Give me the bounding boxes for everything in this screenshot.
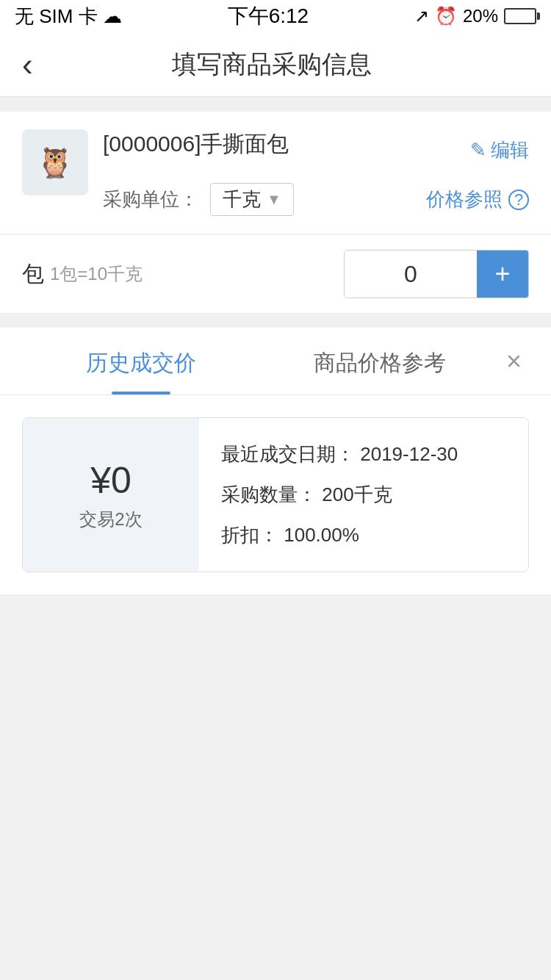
product-logo-icon: 🦉: [37, 145, 73, 180]
quantity-input-group: +: [344, 250, 529, 298]
product-card: 🦉 [0000006]手撕面包 ✎ 编辑 采购单位： 千克 ▼: [0, 112, 551, 234]
transaction-card: ¥0 交易2次 最近成交日期： 2019-12-30 采购数量： 200千克 折…: [22, 417, 529, 572]
product-header: 🦉 [0000006]手撕面包 ✎ 编辑 采购单位： 千克 ▼: [22, 129, 529, 216]
quantity-row: 包 1包=10千克 +: [0, 234, 551, 313]
back-button[interactable]: ‹: [22, 48, 33, 81]
page-title: 填写商品采购信息: [48, 48, 497, 82]
transaction-qty-row: 采购数量： 200千克: [221, 480, 506, 509]
tabs-container: 历史成交价 商品价格参考 ×: [0, 328, 551, 395]
nav-bar: ‹ 填写商品采购信息: [0, 32, 551, 97]
transaction-discount-row: 折扣： 100.00%: [221, 521, 506, 550]
transaction-details: 最近成交日期： 2019-12-30 采购数量： 200千克 折扣： 100.0…: [199, 418, 528, 572]
location-icon: ↗: [414, 6, 429, 26]
tab-history-price[interactable]: 历史成交价: [22, 328, 260, 394]
qty-value: 200千克: [322, 483, 392, 505]
product-thumbnail: 🦉: [22, 129, 88, 195]
transaction-count: 交易2次: [79, 508, 142, 531]
status-bar: 无 SIM 卡 ☁ 下午6:12 ↗ ⏰ 20%: [0, 0, 551, 32]
help-icon: ?: [508, 190, 529, 210]
tabs-row: 历史成交价 商品价格参考 ×: [0, 328, 551, 394]
signal-text: 无 SIM 卡 ☁: [15, 4, 122, 29]
quantity-plus-button[interactable]: +: [477, 251, 528, 298]
edit-button[interactable]: ✎ 编辑: [470, 137, 529, 163]
empty-content-area: [0, 594, 551, 980]
quantity-unit-label: 包: [22, 259, 44, 289]
product-unit-row: 采购单位： 千克 ▼: [103, 183, 294, 216]
date-label: 最近成交日期：: [221, 443, 355, 465]
tab-close-button[interactable]: ×: [499, 339, 529, 384]
tab-price-reference[interactable]: 商品价格参考: [260, 328, 498, 394]
status-right: ↗ ⏰ 20%: [414, 6, 536, 26]
dropdown-arrow-icon: ▼: [267, 191, 281, 208]
status-time: 下午6:12: [228, 2, 309, 30]
edit-icon: ✎: [470, 139, 486, 162]
discount-value: 100.00%: [284, 524, 359, 546]
quantity-input[interactable]: [345, 251, 477, 298]
transaction-date-row: 最近成交日期： 2019-12-30: [221, 440, 506, 469]
transaction-price: ¥0: [90, 459, 132, 502]
discount-label: 折扣：: [221, 524, 278, 546]
transaction-section: ¥0 交易2次 最近成交日期： 2019-12-30 采购数量： 200千克 折…: [0, 395, 551, 594]
unit-select[interactable]: 千克 ▼: [210, 183, 294, 216]
transaction-summary: ¥0 交易2次: [23, 418, 199, 572]
price-ref-button[interactable]: 价格参照 ?: [426, 187, 529, 212]
quantity-sublabel: 1包=10千克: [50, 262, 143, 286]
battery-percent: 20%: [463, 6, 498, 26]
product-info: [0000006]手撕面包 ✎ 编辑 采购单位： 千克 ▼ 价格参照 ?: [103, 129, 529, 216]
unit-label: 采购单位：: [103, 187, 198, 212]
product-actions: 采购单位： 千克 ▼ 价格参照 ?: [103, 183, 529, 216]
date-value: 2019-12-30: [360, 443, 458, 465]
qty-label: 采购数量：: [221, 483, 317, 505]
status-left: 无 SIM 卡 ☁: [15, 4, 122, 29]
battery-icon: [504, 8, 536, 24]
product-name: [0000006]手撕面包: [103, 129, 289, 159]
alarm-icon: ⏰: [435, 6, 457, 26]
